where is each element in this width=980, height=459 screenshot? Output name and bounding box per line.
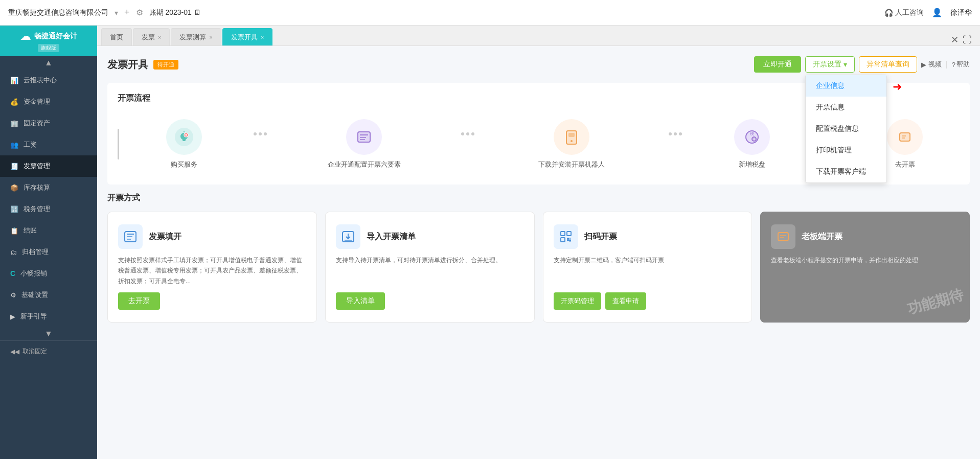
sidebar: ☁ 畅捷通好会计 旗舰版 ▲ 📊 云报表中心 💰 资金管理 🏢 固定资产 👥 工…	[0, 26, 97, 459]
svg-rect-1	[183, 140, 186, 141]
scan-icon	[554, 224, 578, 249]
import-button[interactable]: 导入清单	[336, 292, 385, 310]
calendar-icon[interactable]: 🗓	[194, 8, 201, 16]
dropdown-item-qiye[interactable]: 企业信息	[806, 75, 886, 97]
dropdown-item-xiazai[interactable]: 下载开票客户端	[806, 161, 886, 182]
flow-step-5-icon	[887, 119, 923, 155]
sidebar-item-kucun[interactable]: 📦 库存核算	[0, 177, 97, 198]
tab-fapiao-test-close[interactable]: ×	[209, 34, 212, 40]
tab-fapiao-kaiju-close[interactable]: ×	[261, 34, 264, 40]
red-arrow-indicator: ➜	[893, 80, 902, 94]
sidebar-item-gudingzichan[interactable]: 🏢 固定资产	[0, 112, 97, 134]
methods-section: 开票方式 发票填开 支持按照发票样式手工填开发票；可开具增值税电子普通发票、增值…	[107, 193, 970, 323]
fill-desc: 支持按照发票样式手工填开发票；可开具增值税电子普通发票、增值税普通发票、增值税专…	[118, 255, 306, 286]
page-actions: 立即开通 开票设置 ▾ ➜ 企业信息	[754, 56, 970, 73]
tab-fapiao[interactable]: 发票 ×	[133, 28, 170, 45]
svg-rect-34	[567, 232, 571, 236]
period-label: 账期 2023-01 🗓	[149, 8, 201, 17]
support-button[interactable]: 🎧 人工咨询	[884, 8, 924, 17]
sidebar-item-jichushezhi[interactable]: ⚙ 基础设置	[0, 284, 97, 306]
sidebar-item-xinshouyindao[interactable]: ▶ 新手引导	[0, 306, 97, 327]
fill-icon	[118, 224, 143, 249]
boss-title: 老板端开票	[802, 232, 842, 242]
exception-button[interactable]: 异常清单查询	[859, 56, 917, 73]
svg-point-15	[571, 140, 573, 142]
page-header: 发票开具 待开通 立即开通 开票设置 ▾ ➜	[107, 56, 970, 73]
company-dropdown-icon[interactable]: ▾	[115, 9, 118, 17]
zijin-icon: 💰	[10, 98, 18, 106]
flow-step-4: 税 新增税盘	[697, 119, 807, 169]
settings-icon[interactable]: ⚙	[136, 8, 143, 17]
tab-fapiao-close[interactable]: ×	[158, 34, 161, 40]
fapiao-icon: 🧾	[10, 163, 18, 170]
status-badge: 待开通	[153, 60, 178, 70]
tab-fapiao-test[interactable]: 发票测算 ×	[171, 28, 221, 45]
flow-step-3: 下载并安装开票机器人	[490, 119, 654, 169]
method-card-boss: 老板端开票 查看老板端小程序提交的开票申请，并作出相应的处理 功能期待	[760, 212, 970, 323]
flow-step-1: 购买服务	[129, 119, 239, 169]
guidang-icon: 🗂	[10, 248, 17, 256]
jiezhang-icon: 📋	[10, 227, 18, 235]
yunbao-icon: 📊	[10, 77, 18, 84]
add-tab-button[interactable]: +	[124, 7, 130, 18]
method-card-scan: 扫码开票 支持定制开票二维码，客户端可扫码开票 开票码管理 查看申请	[543, 212, 753, 323]
flow-step-4-icon: 税	[734, 119, 770, 155]
boss-icon	[771, 224, 795, 249]
boss-watermark: 功能期待	[905, 285, 966, 319]
flow-separator	[118, 129, 119, 159]
sidebar-item-gongzi[interactable]: 👥 工资	[0, 134, 97, 155]
help-button[interactable]: ? 帮助	[952, 60, 970, 69]
top-bar: 重庆畅捷交通信息咨询有限公司 ▾ + ⚙ 账期 2023-01 🗓 🎧 人工咨询…	[0, 0, 980, 26]
sidebar-item-xiaochangbaoxiao[interactable]: C 小畅报销	[0, 263, 97, 284]
dropdown-item-dayinji[interactable]: 打印机管理	[806, 140, 886, 161]
sidebar-cancel-fixed[interactable]: ◀◀ 取消固定	[0, 340, 97, 362]
sidebar-item-shuiwu[interactable]: 🔢 税务管理	[0, 198, 97, 220]
main-layout: ☁ 畅捷通好会计 旗舰版 ▲ 📊 云报表中心 💰 资金管理 🏢 固定资产 👥 工…	[0, 26, 980, 459]
boss-desc: 查看老板端小程序提交的开票申请，并作出相应的处理	[771, 255, 959, 265]
sidebar-item-guidang[interactable]: 🗂 归档管理	[0, 241, 97, 263]
dropdown-item-kaipiao[interactable]: 开票信息	[806, 97, 886, 118]
sidebar-scroll-down[interactable]: ▼	[0, 327, 97, 340]
shuiwu-icon: 🔢	[10, 205, 18, 213]
settings-dropdown: ➜ 企业信息 开票信息 配置税盘信息 打印机管理	[805, 75, 887, 183]
flow-connector-2	[446, 132, 490, 135]
sidebar-logo-badge: 旗舰版	[38, 44, 59, 52]
company-name: 重庆畅捷交通信息咨询有限公司	[8, 8, 108, 17]
method-boss-header: 老板端开票	[771, 224, 959, 249]
tab-controls: ✕ ⛶	[947, 34, 976, 45]
video-button[interactable]: ▶ 视频	[921, 60, 942, 69]
sidebar-item-yunbao[interactable]: 📊 云报表中心	[0, 70, 97, 91]
import-icon	[336, 224, 360, 249]
sidebar-item-fapiao[interactable]: 🧾 发票管理	[0, 155, 97, 177]
flow-step-2: 企业开通配置开票六要素	[282, 119, 446, 169]
svg-rect-33	[561, 232, 565, 236]
page-title: 发票开具	[107, 58, 148, 72]
methods-grid: 发票填开 支持按照发票样式手工填开发票；可开具增值税电子普通发票、增值税普通发票…	[107, 212, 970, 323]
import-title: 导入开票清单	[367, 232, 416, 242]
svg-rect-12	[566, 131, 577, 144]
scan-apply-button[interactable]: 查看申请	[605, 292, 646, 310]
tab-home[interactable]: 首页	[101, 28, 132, 45]
svg-text:税: 税	[750, 131, 754, 136]
flow-connector-1	[239, 132, 282, 135]
sidebar-scroll-up[interactable]: ▲	[0, 56, 97, 70]
pin-icon: ◀◀	[10, 348, 19, 355]
content-area: 发票开具 待开通 立即开通 开票设置 ▾ ➜	[97, 46, 980, 459]
jichushezhi-icon: ⚙	[10, 291, 16, 299]
settings-button[interactable]: 开票设置 ▾	[805, 56, 855, 73]
activate-button[interactable]: 立即开通	[754, 56, 801, 73]
fill-go-button[interactable]: 去开票	[118, 292, 160, 310]
sidebar-item-jiezhang[interactable]: 📋 结账	[0, 220, 97, 241]
flow-step-2-icon	[346, 119, 382, 155]
dropdown-item-peizhi[interactable]: 配置税盘信息	[806, 118, 886, 140]
tab-fapiao-kaiju[interactable]: 发票开具 ×	[222, 28, 272, 45]
right-panel: 首页 发票 × 发票测算 × 发票开具 × ✕ ⛶ 发票开具	[97, 26, 980, 459]
svg-rect-14	[568, 133, 575, 137]
flow-step-3-icon	[554, 119, 589, 155]
method-card-import: 导入开票清单 支持导入待开票清单，可对待开票清单进行拆分、合并处理。 导入清单	[325, 212, 535, 323]
tab-expand-icon[interactable]: ⛶	[963, 35, 972, 45]
gudingzichan-icon: 🏢	[10, 120, 18, 127]
sidebar-item-zijin[interactable]: 💰 资金管理	[0, 91, 97, 112]
tab-close-icon[interactable]: ✕	[951, 34, 959, 45]
scan-manage-button[interactable]: 开票码管理	[554, 292, 601, 310]
